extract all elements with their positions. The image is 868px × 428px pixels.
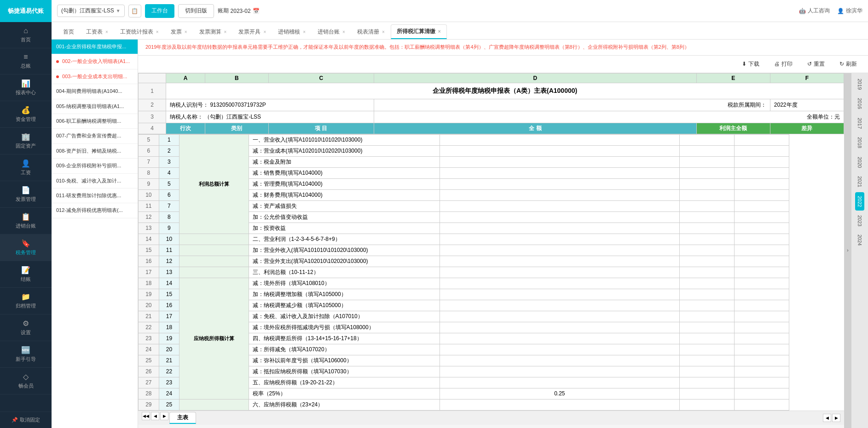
sidebar-item-settings[interactable]: ⚙ 设置 <box>0 314 52 341</box>
list-item-004[interactable]: 004-期间费用明细表(A1040... <box>52 84 138 99</box>
tab-invoice-calc-close[interactable]: × <box>224 29 227 34</box>
sidebar-item-home[interactable]: ⌂ 首页 <box>0 22 52 48</box>
reset-button[interactable]: ↺ 重置 <box>804 58 828 70</box>
print-button[interactable]: 🖨 打印 <box>770 58 796 70</box>
year-2024[interactable]: 2024 <box>855 231 864 249</box>
list-item-003[interactable]: 003-一般企业成本支出明细... <box>52 69 138 84</box>
list-item-009[interactable]: 009-企业所得税附补亏损明... <box>52 159 138 173</box>
tab-invoice-label: 发票 <box>171 28 182 36</box>
workbench-button[interactable]: 工作台 <box>145 4 174 18</box>
row-quane <box>440 167 679 178</box>
sidebar-item-label-member: 畅会员 <box>18 382 34 389</box>
year-2023[interactable]: 2023 <box>855 211 864 230</box>
list-item-010[interactable]: 010-免税、减计收入及加计... <box>52 174 138 188</box>
tab-invoice-issue[interactable]: 发票开具 × <box>232 24 272 39</box>
tab-invoice-calc[interactable]: 发票测算 × <box>193 24 233 39</box>
sidebar-item-close[interactable]: 📝 结账 <box>0 261 52 288</box>
list-item-008[interactable]: 008-资产折旧、摊销及纳税... <box>52 144 138 159</box>
sidebar-item-purchase-sales[interactable]: 📋 进销台账 <box>0 208 52 234</box>
list-item-012[interactable]: 012-减免所得税优惠明细表(... <box>52 203 138 218</box>
list-item-002[interactable]: 002-一般企业收入明细表(A1... <box>52 54 138 69</box>
year-2017[interactable]: 2017 <box>855 114 864 132</box>
year-2020[interactable]: 2020 <box>855 153 864 171</box>
table-row: 1814应纳税所得额计算减：境外所得（填写A108010） <box>139 278 844 289</box>
tab-purchase-ledger[interactable]: 进销台账 × <box>312 24 351 39</box>
year-2019[interactable]: 2019 <box>855 75 864 93</box>
row-seq-10: 10 <box>139 189 159 200</box>
tax-icon: 🔖 <box>21 239 30 248</box>
sidebar-item-fund[interactable]: 💰 资金管理 <box>0 101 52 128</box>
user-profile[interactable]: 👤 徐滨华 <box>837 7 862 15</box>
taxpayer-name-value: （勾删）江西服宝-LSS <box>204 114 261 120</box>
tab-invoice-close[interactable]: × <box>185 29 187 34</box>
tab-purchase-check-close[interactable]: × <box>303 29 306 34</box>
tab-salary-report[interactable]: 工资统计报表 × <box>114 24 165 39</box>
row-seq-5: 5 <box>139 134 159 145</box>
list-item-010-label: 010-免税、减计收入及加计... <box>56 178 121 183</box>
tab-purchase-check[interactable]: 进销稽核 × <box>272 24 312 39</box>
list-item-006[interactable]: 006-职工薪酬纳税调整明细... <box>52 114 138 129</box>
account-period-label: 账期 2023-02 📅 <box>218 7 260 15</box>
scroll-right[interactable]: ▶ <box>832 414 840 422</box>
sidebar-item-reports[interactable]: 📊 报表中心 <box>0 74 52 101</box>
tab-salary-close[interactable]: × <box>105 29 108 34</box>
tab-income-tax-close[interactable]: × <box>438 29 441 34</box>
sidebar-item-general-ledger[interactable]: ≡ 总账 <box>0 48 52 74</box>
sidebar-item-salary[interactable]: 👤 工资 <box>0 154 52 181</box>
tab-salary-report-close[interactable]: × <box>156 29 159 34</box>
list-item-007[interactable]: 007-广告费和业务宣传费超... <box>52 129 138 143</box>
list-item-004-label: 004-期间费用明细表(A1040... <box>56 88 122 94</box>
sidebar-item-archive[interactable]: 📁 归档管理 <box>0 288 52 314</box>
list-item-011[interactable]: 011-研发费用加计扣除优惠... <box>52 188 138 203</box>
reset-icon: ↺ <box>807 61 812 67</box>
scroll-left[interactable]: ◀ <box>823 414 831 422</box>
row-lirun <box>679 256 734 267</box>
nav-right[interactable]: ▶ <box>160 412 168 420</box>
tab-tax-register[interactable]: 税表清册 × <box>351 24 391 39</box>
refresh-label: 刷新 <box>846 60 857 68</box>
collapse-panel-button[interactable]: › <box>844 73 851 428</box>
tab-invoice-issue-close[interactable]: × <box>263 29 266 34</box>
nav-left-first[interactable]: ◀◀ <box>142 412 150 420</box>
refresh-button[interactable]: ↻ 刷新 <box>836 58 861 70</box>
ai-consult-button[interactable]: 🤖 人工咨询 <box>799 7 830 15</box>
row-xiangmu: 减：纳税调整减少额（填写A105000） <box>249 300 440 311</box>
nav-left[interactable]: ◀ <box>151 412 159 420</box>
switch-old-button[interactable]: 切到旧版 <box>178 4 214 18</box>
sidebar-item-tax[interactable]: 🔖 税务管理 <box>0 234 52 261</box>
row-chay <box>734 189 789 200</box>
year-2016[interactable]: 2016 <box>855 94 864 113</box>
year-2021[interactable]: 2021 <box>855 172 864 191</box>
spreadsheet-wrapper[interactable]: A B C D E F <box>138 73 844 428</box>
col-B-header: B <box>205 73 268 83</box>
row-seq-28: 28 <box>139 388 159 399</box>
row-lirun <box>679 189 734 200</box>
company-selector[interactable]: (勾删）江西服宝-LSS ▼ <box>57 5 125 17</box>
sidebar-item-member[interactable]: ◇ 畅会员 <box>0 368 52 394</box>
tab-salary[interactable]: 工资表 × <box>80 24 114 39</box>
tab-home[interactable]: 首页 <box>57 24 80 39</box>
tab-invoice[interactable]: 发票 × <box>165 24 193 39</box>
tab-purchase-ledger-close[interactable]: × <box>342 29 345 34</box>
row-quane <box>440 234 679 245</box>
list-item-001[interactable]: 001-企业所得税年度纳税申报... <box>52 40 138 54</box>
row-xiangmu: 减：财务费用(填写A104000) <box>249 189 440 200</box>
unpin-button[interactable]: 📌 取消固定 <box>0 411 52 428</box>
tab-tax-register-close[interactable]: × <box>382 29 385 34</box>
doc-button[interactable]: 📋 <box>128 5 141 17</box>
taxpayer-name-label: 纳税人名称： <box>170 114 203 120</box>
year-2018[interactable]: 2018 <box>855 133 864 152</box>
download-button[interactable]: ⬇ 下载 <box>738 58 763 70</box>
row-xiangmu: 二、营业利润（1-2-3-4-5-6-7-8+9） <box>249 234 440 245</box>
sidebar-item-guide[interactable]: 🆕 新手引导 <box>0 341 52 368</box>
year-2022[interactable]: 2022 <box>855 192 864 211</box>
header-quane: 全 额 <box>374 123 697 134</box>
unpin-label: 取消固定 <box>20 417 40 422</box>
sidebar-item-invoice[interactable]: 📄 发票管理 <box>0 181 52 208</box>
username: 徐滨华 <box>846 7 862 15</box>
tab-income-tax[interactable]: 所得税汇算清缴 × <box>391 24 447 39</box>
print-label: 打印 <box>781 60 793 68</box>
sidebar-item-assets[interactable]: 🏢 固定资产 <box>0 128 52 154</box>
sheet-tab-main[interactable]: 主表 <box>169 412 196 424</box>
list-item-005[interactable]: 005-纳税调整项目明细表(A1... <box>52 99 138 114</box>
